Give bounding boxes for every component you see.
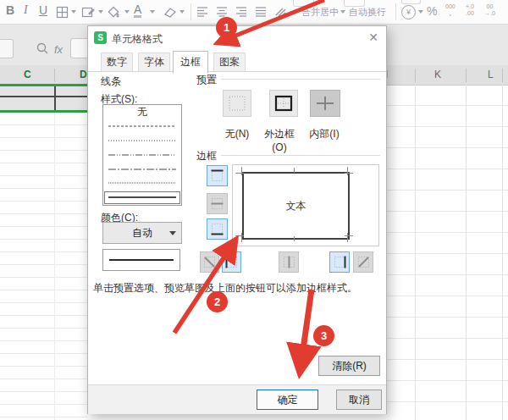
selected-cells[interactable] (0, 86, 87, 110)
tab-border[interactable]: 边框 (173, 51, 208, 74)
border-diagonal-up-button[interactable] (353, 251, 373, 273)
line-style-list[interactable]: 无 (102, 104, 182, 206)
italic-icon[interactable]: I (24, 3, 28, 17)
color-dropdown[interactable]: 自动 (102, 222, 182, 244)
ok-button[interactable]: 确定 (257, 390, 318, 410)
border-preview[interactable]: 文本 (232, 164, 379, 246)
tab-font[interactable]: 字体 (138, 52, 170, 71)
align-center-icon[interactable] (215, 6, 229, 17)
currency-icon[interactable]: ¥ (401, 5, 416, 19)
header-divider (54, 69, 55, 82)
cancel-button[interactable]: 取消 (336, 390, 382, 410)
preview-text: 文本 (286, 199, 306, 213)
border-middle-vertical-button[interactable] (279, 251, 299, 273)
preview-tick (241, 233, 242, 242)
line-style-dash-dot[interactable] (103, 162, 181, 176)
hint-text: 单击预置选项、预览草图及上面的按钮可以添加边框样式。 (93, 281, 384, 296)
tab-pattern[interactable]: 图案 (213, 52, 246, 71)
toolbar-separator (395, 3, 396, 20)
merge-center-caret-icon[interactable] (340, 10, 345, 14)
align-right-icon[interactable] (235, 6, 248, 17)
font-color-caret-icon[interactable] (150, 10, 155, 14)
preset-outline-button[interactable] (269, 90, 298, 117)
decrease-decimal-icon[interactable]: 00→.0 (484, 3, 495, 17)
comma-style-icon[interactable]: 000, (445, 3, 456, 17)
increase-decimal-icon[interactable]: +.0.00 (466, 3, 474, 17)
align-justify-icon[interactable] (254, 6, 268, 17)
eraser-caret-icon[interactable] (179, 10, 185, 14)
fill-color-caret-icon[interactable] (124, 10, 130, 14)
eraser-icon[interactable] (162, 6, 177, 19)
underline-icon[interactable]: U (39, 3, 47, 17)
header-divider (466, 69, 467, 82)
bold-icon[interactable]: B (6, 3, 14, 17)
ribbon-clipped-button (344, 0, 365, 7)
border-middle-horizontal-button[interactable] (207, 193, 228, 214)
cell-style-icon[interactable] (81, 6, 95, 19)
grid-line (502, 85, 503, 420)
preset-inside-label: 内部(I) (307, 127, 341, 141)
preview-tick (294, 168, 295, 173)
border-left-button[interactable] (222, 251, 241, 273)
preset-outline-label: 外边框(O) (259, 127, 300, 153)
formula-input[interactable] (70, 38, 89, 58)
preview-tick (235, 235, 244, 236)
preview-tick (347, 233, 348, 242)
column-header-c[interactable]: C (24, 69, 31, 80)
grid-line (415, 85, 416, 420)
percent-style-icon[interactable]: % (427, 4, 437, 18)
line-style-none[interactable]: 无 (103, 105, 181, 119)
clear-button[interactable]: 清除(R) (318, 356, 380, 376)
column-header-k[interactable]: K (434, 69, 441, 80)
preset-none-label: 无(N) (224, 127, 251, 141)
chevron-down-icon (169, 231, 176, 235)
zoom-formula-icon[interactable] (36, 42, 48, 54)
grid-line (466, 85, 467, 420)
name-box[interactable] (0, 39, 14, 58)
ribbon-clipped-button (401, 0, 421, 4)
line-style-solid[interactable] (103, 191, 181, 205)
border-right-button[interactable] (329, 251, 350, 273)
cell-style-caret-icon[interactable] (98, 10, 103, 14)
cell-border-line (54, 86, 56, 110)
borders-icon[interactable] (56, 6, 69, 19)
preset-group-title: 预置 (196, 73, 217, 87)
dialog-tabs: 数字 字体 边框 图案 (88, 50, 386, 72)
currency-caret-icon[interactable] (418, 10, 423, 14)
group-divider (221, 155, 380, 156)
border-preview-frame: 文本 (242, 172, 350, 240)
align-left-icon[interactable] (196, 6, 209, 17)
preview-tick (345, 173, 353, 174)
preview-tick (235, 173, 244, 174)
border-top-button[interactable] (207, 165, 228, 186)
group-divider (221, 79, 380, 80)
fx-icon[interactable]: fx (54, 43, 63, 56)
line-group-title: 线条 (101, 75, 121, 89)
merge-center-button[interactable]: 合并居中 (301, 6, 339, 19)
preview-tick (241, 167, 242, 175)
font-color-icon[interactable]: A (134, 3, 141, 18)
line-style-fine-dot[interactable] (103, 176, 181, 191)
text-orientation-icon[interactable] (273, 6, 287, 17)
line-style-dash-dot-dot[interactable] (103, 147, 181, 162)
header-divider (415, 69, 416, 82)
preset-inside-button[interactable] (310, 90, 340, 117)
line-style-dash[interactable] (103, 119, 181, 134)
line-sample (109, 259, 174, 261)
borders-caret-icon[interactable] (71, 10, 76, 14)
border-group-title: 边框 (196, 149, 217, 163)
grid-right[interactable] (385, 85, 508, 420)
format-toolbar: B I U A 合并居中 自动换行 ¥ % 000, +.0.00 00→.0 (0, 0, 508, 25)
border-bottom-button[interactable] (207, 218, 228, 240)
line-style-dot[interactable] (103, 134, 181, 148)
preset-none-button[interactable] (223, 90, 251, 117)
column-header-d[interactable]: D (80, 69, 87, 80)
border-diagonal-down-button[interactable] (200, 251, 219, 273)
close-icon[interactable]: ✕ (368, 30, 378, 44)
column-header-l[interactable]: L (488, 69, 494, 80)
wrap-text-button[interactable]: 自动换行 (349, 6, 386, 19)
ribbon-clipped-button (293, 0, 314, 7)
fill-color-icon[interactable] (107, 6, 121, 19)
grid-left[interactable] (0, 113, 87, 420)
tab-number[interactable]: 数字 (101, 52, 133, 71)
